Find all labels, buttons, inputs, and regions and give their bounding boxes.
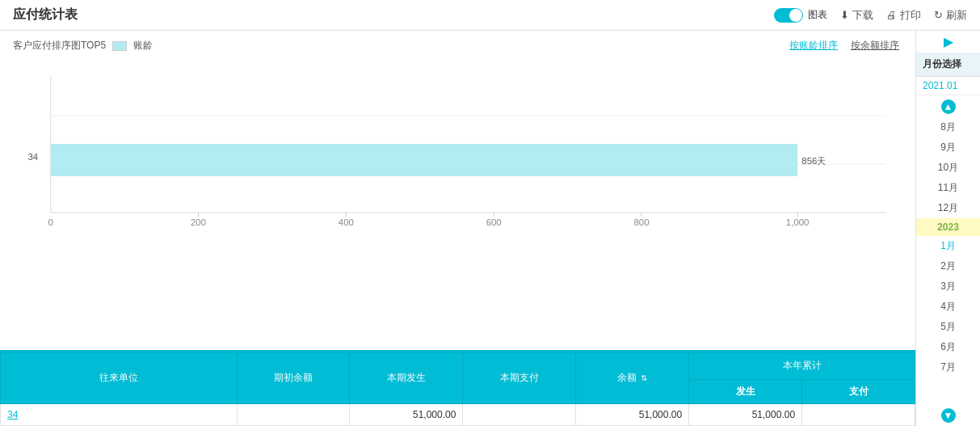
sidebar-month-10[interactable]: 10月: [916, 158, 980, 178]
data-table: 往来单位 期初余额 本期发生 本期支付 余额 ⇅ 本年累计: [0, 352, 915, 426]
sidebar-header-label: 月份选择: [923, 57, 961, 71]
print-label: 打印: [900, 8, 921, 23]
chart-header: 客户应付排序图TOP5 账龄 按账龄排序 按余额排序: [0, 31, 915, 61]
col-current-pay: 本期支付: [463, 352, 576, 404]
sidebar-months: 8月 9月 10月 11月 12月 2023 1月 2月 3月 4月 5月 6月…: [916, 117, 980, 404]
svg-text:1,000: 1,000: [786, 217, 810, 227]
chart-sort-buttons: 按账龄排序 按余额排序: [786, 37, 902, 54]
sidebar-header: 月份选择: [916, 53, 980, 77]
col-unit: 往来单位: [1, 352, 238, 404]
refresh-button[interactable]: ↻ 刷新: [934, 8, 967, 23]
refresh-icon: ↻: [934, 9, 943, 21]
sidebar-month-7[interactable]: 7月: [916, 357, 980, 377]
chart-label: 图表: [808, 8, 827, 22]
sidebar-month-6[interactable]: 6月: [916, 337, 980, 357]
cell-current-occur: 51,000.00: [350, 404, 463, 426]
cell-ytd-pay: [802, 404, 915, 426]
svg-text:200: 200: [191, 217, 206, 227]
chart-container: 34 856天 0: [0, 61, 915, 350]
chart-svg: 34 856天 0: [13, 67, 902, 245]
sidebar: ▶ 月份选择 2021.01 ▲ 8月 9月 10月 11月 12月 2023 …: [915, 31, 980, 426]
header-actions: 图表 ⬇ 下载 🖨 打印 ↻ 刷新: [774, 8, 967, 23]
svg-text:856天: 856天: [801, 156, 826, 166]
legend-text: 客户应付排序图TOP5: [13, 39, 106, 53]
col-ytd: 本年累计: [689, 352, 915, 380]
sidebar-month-12[interactable]: 12月: [916, 198, 980, 218]
sidebar-month-5[interactable]: 5月: [916, 317, 980, 337]
svg-text:34: 34: [27, 152, 38, 162]
toggle-track[interactable]: [774, 8, 803, 23]
sidebar-month-8[interactable]: 8月: [916, 117, 980, 137]
sidebar-selected-date: 2021.01: [916, 77, 980, 95]
print-icon: 🖨: [886, 9, 897, 21]
main-content: 客户应付排序图TOP5 账龄 按账龄排序 按余额排序 34: [0, 31, 980, 426]
toggle-thumb: [789, 9, 802, 22]
col-balance: 余额 ⇅: [576, 352, 689, 404]
unit-link[interactable]: 34: [7, 409, 18, 420]
table-wrapper: 往来单位 期初余额 本期发生 本期支付 余额 ⇅ 本年累计: [0, 352, 915, 426]
download-button[interactable]: ⬇ 下载: [840, 8, 873, 23]
sidebar-expand-button[interactable]: ▶: [916, 31, 980, 53]
table-header-row: 往来单位 期初余额 本期发生 本期支付 余额 ⇅ 本年累计: [1, 352, 915, 380]
print-button[interactable]: 🖨 打印: [886, 8, 921, 23]
svg-text:400: 400: [339, 217, 354, 227]
sidebar-month-2[interactable]: 2月: [916, 256, 980, 276]
cell-current-pay: [463, 404, 576, 426]
cell-opening: [237, 404, 350, 426]
sort-by-days-button[interactable]: 按账龄排序: [786, 37, 841, 54]
balance-sort-icon[interactable]: ⇅: [641, 373, 647, 382]
page-title: 应付统计表: [13, 6, 78, 23]
col-ytd-occur: 发生: [689, 380, 802, 404]
download-icon: ⬇: [840, 9, 849, 21]
chevron-up-icon[interactable]: ▲: [941, 99, 956, 114]
sidebar-year-2023[interactable]: 2023: [916, 218, 980, 236]
sidebar-month-9[interactable]: 9月: [916, 137, 980, 158]
sidebar-month-11[interactable]: 11月: [916, 178, 980, 198]
svg-text:600: 600: [486, 217, 502, 227]
sort-by-amount-button[interactable]: 按余额排序: [848, 37, 902, 54]
cell-unit: 34: [1, 404, 238, 426]
chart-toggle[interactable]: 图表: [774, 8, 827, 23]
table-row: 34 51,000.00 51,000.00 51,000.00: [1, 404, 915, 426]
sidebar-nav-up[interactable]: ▲: [916, 95, 980, 117]
svg-text:0: 0: [48, 217, 53, 227]
col-ytd-pay: 支付: [802, 380, 915, 404]
chart-area: 客户应付排序图TOP5 账龄 按账龄排序 按余额排序 34: [0, 31, 915, 426]
sidebar-month-1[interactable]: 1月: [916, 236, 980, 256]
cell-balance: 51,000.00: [576, 404, 689, 426]
legend-box-label: 账龄: [133, 39, 153, 53]
cell-ytd-occur: 51,000.00: [689, 404, 802, 426]
refresh-label: 刷新: [946, 8, 967, 23]
chart-bar: [51, 144, 797, 176]
download-label: 下载: [852, 8, 873, 23]
sidebar-month-4[interactable]: 4月: [916, 297, 980, 317]
table-area: 往来单位 期初余额 本期发生 本期支付 余额 ⇅ 本年累计: [0, 350, 915, 426]
legend-box: [112, 41, 127, 51]
chevron-down-icon[interactable]: ▼: [941, 408, 956, 423]
sidebar-nav-down[interactable]: ▼: [916, 404, 980, 426]
page-header: 应付统计表 图表 ⬇ 下载 🖨 打印 ↻ 刷新: [0, 0, 980, 31]
sidebar-month-3[interactable]: 3月: [916, 276, 980, 297]
col-opening: 期初余额: [237, 352, 350, 404]
col-current-occur: 本期发生: [350, 352, 463, 404]
svg-text:800: 800: [633, 217, 649, 227]
chart-legend: 客户应付排序图TOP5 账龄: [13, 39, 153, 53]
